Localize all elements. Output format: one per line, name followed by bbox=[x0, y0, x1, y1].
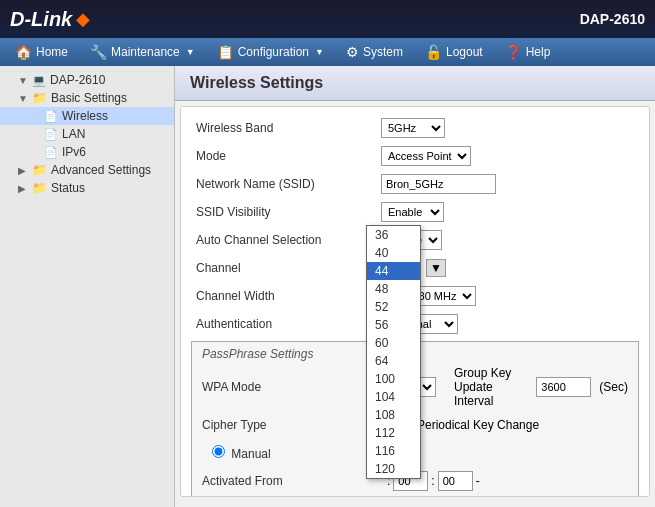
sidebar-advanced-label: Advanced Settings bbox=[51, 163, 151, 177]
main-container: ▼ 💻 DAP-2610 ▼ 📁 Basic Settings 📄 Wirele… bbox=[0, 66, 655, 507]
tree-expand-icon: ▼ bbox=[18, 75, 28, 86]
activated-from-label: Activated From bbox=[202, 474, 387, 488]
logo-text: D-Link bbox=[10, 8, 72, 31]
channel-option-36[interactable]: 36 bbox=[367, 226, 420, 244]
ssid-visibility-control: Enable Disable bbox=[381, 202, 444, 222]
configuration-arrow-icon: ▼ bbox=[315, 47, 324, 57]
help-icon: ❓ bbox=[505, 44, 522, 60]
sidebar-item-wireless[interactable]: 📄 Wireless bbox=[0, 107, 174, 125]
sidebar-item-advanced[interactable]: ▶ 📁 Advanced Settings bbox=[0, 161, 174, 179]
authentication-label: Authentication bbox=[196, 317, 381, 331]
model-name: DAP-2610 bbox=[580, 11, 645, 27]
sidebar-status-label: Status bbox=[51, 181, 85, 195]
sidebar-item-basic[interactable]: ▼ 📁 Basic Settings bbox=[0, 89, 174, 107]
tree-basic-expand-icon: ▼ bbox=[18, 93, 28, 104]
ssid-visibility-select[interactable]: Enable Disable bbox=[381, 202, 444, 222]
logo-diamond: ◆ bbox=[76, 8, 90, 30]
group-key-label: Group Key Update Interval bbox=[454, 366, 528, 408]
nav-system[interactable]: ⚙ System bbox=[336, 41, 413, 63]
channel-option-112[interactable]: 112 bbox=[367, 424, 420, 442]
channel-label: Channel bbox=[196, 261, 381, 275]
channel-option-56[interactable]: 56 bbox=[367, 316, 420, 334]
channel-option-48[interactable]: 48 bbox=[367, 280, 420, 298]
content-body: Wireless Band 5GHz 2.4GHz Mode Access Po… bbox=[180, 106, 650, 497]
time-colon-2: : bbox=[431, 474, 434, 488]
periodical-key-label: Periodical Key Change bbox=[417, 418, 539, 432]
channel-width-label: Channel Width bbox=[196, 289, 381, 303]
header: D-Link ◆ DAP-2610 bbox=[0, 0, 655, 38]
nav-maintenance-label: Maintenance bbox=[111, 45, 180, 59]
channel-option-108[interactable]: 108 bbox=[367, 406, 420, 424]
nav-configuration[interactable]: 📋 Configuration ▼ bbox=[207, 41, 334, 63]
group-key-input[interactable] bbox=[536, 377, 591, 397]
channel-option-100[interactable]: 100 bbox=[367, 370, 420, 388]
nav-home-label: Home bbox=[36, 45, 68, 59]
cipher-type-label: Cipher Type bbox=[202, 418, 387, 432]
channel-option-116[interactable]: 116 bbox=[367, 442, 420, 460]
channel-dropdown: 36 40 44 48 52 56 60 64 100 104 108 112 … bbox=[366, 225, 421, 479]
sidebar-item-status[interactable]: ▶ 📁 Status bbox=[0, 179, 174, 197]
sidebar: ▼ 💻 DAP-2610 ▼ 📁 Basic Settings 📄 Wirele… bbox=[0, 66, 175, 507]
ssid-label: Network Name (SSID) bbox=[196, 177, 381, 191]
channel-option-64[interactable]: 64 bbox=[367, 352, 420, 370]
mode-control: Access Point WDS bbox=[381, 146, 471, 166]
nav-logout[interactable]: 🔓 Logout bbox=[415, 41, 493, 63]
sidebar-item-dap2610[interactable]: ▼ 💻 DAP-2610 bbox=[0, 71, 174, 89]
channel-option-104[interactable]: 104 bbox=[367, 388, 420, 406]
advanced-tree-icon: ▶ bbox=[18, 165, 28, 176]
manual-radio[interactable] bbox=[212, 445, 225, 458]
ssid-control bbox=[381, 174, 496, 194]
group-key-unit: (Sec) bbox=[599, 380, 628, 394]
logout-icon: 🔓 bbox=[425, 44, 442, 60]
channel-option-44[interactable]: 44 bbox=[367, 262, 420, 280]
wireless-band-select[interactable]: 5GHz 2.4GHz bbox=[381, 118, 445, 138]
time-colon-3: - bbox=[476, 474, 480, 488]
nav-system-label: System bbox=[363, 45, 403, 59]
advanced-folder-icon: 📁 bbox=[32, 163, 47, 177]
nav-logout-label: Logout bbox=[446, 45, 483, 59]
wireless-doc-icon: 📄 bbox=[44, 110, 58, 123]
mode-label: Mode bbox=[196, 149, 381, 163]
nav-home[interactable]: 🏠 Home bbox=[5, 41, 78, 63]
sidebar-dap2610-label: DAP-2610 bbox=[50, 73, 105, 87]
navbar: 🏠 Home 🔧 Maintenance ▼ 📋 Configuration ▼… bbox=[0, 38, 655, 66]
nav-help-label: Help bbox=[526, 45, 551, 59]
mode-select[interactable]: Access Point WDS bbox=[381, 146, 471, 166]
manual-label: Manual bbox=[202, 445, 387, 461]
logo: D-Link ◆ bbox=[10, 8, 90, 31]
manual-text: Manual bbox=[231, 447, 270, 461]
nav-maintenance[interactable]: 🔧 Maintenance ▼ bbox=[80, 41, 205, 63]
channel-option-40[interactable]: 40 bbox=[367, 244, 420, 262]
sidebar-item-ipv6[interactable]: 📄 IPv6 bbox=[0, 143, 174, 161]
ssid-row: Network Name (SSID) bbox=[196, 173, 634, 195]
channel-dropdown-arrow-icon[interactable]: ▼ bbox=[426, 259, 446, 277]
auto-channel-label: Auto Channel Selection bbox=[196, 233, 381, 247]
sidebar-lan-label: LAN bbox=[62, 127, 85, 141]
content-area: Wireless Settings Wireless Band 5GHz 2.4… bbox=[175, 66, 655, 507]
time-min-input[interactable] bbox=[438, 471, 473, 491]
wpa-group-row: Only Auto Group Key Update Interval (Sec… bbox=[387, 366, 628, 408]
maintenance-icon: 🔧 bbox=[90, 44, 107, 60]
nav-help[interactable]: ❓ Help bbox=[495, 41, 561, 63]
status-folder-icon: 📁 bbox=[32, 181, 47, 195]
configuration-icon: 📋 bbox=[217, 44, 234, 60]
channel-option-60[interactable]: 60 bbox=[367, 334, 420, 352]
page-title: Wireless Settings bbox=[175, 66, 655, 101]
computer-icon: 💻 bbox=[32, 74, 46, 87]
status-tree-icon: ▶ bbox=[18, 183, 28, 194]
channel-option-52[interactable]: 52 bbox=[367, 298, 420, 316]
sidebar-ipv6-label: IPv6 bbox=[62, 145, 86, 159]
mode-row: Mode Access Point WDS bbox=[196, 145, 634, 167]
wireless-band-label: Wireless Band bbox=[196, 121, 381, 135]
sidebar-wireless-label: Wireless bbox=[62, 109, 108, 123]
sidebar-basic-label: Basic Settings bbox=[51, 91, 127, 105]
maintenance-arrow-icon: ▼ bbox=[186, 47, 195, 57]
ipv6-doc-icon: 📄 bbox=[44, 146, 58, 159]
wireless-band-row: Wireless Band 5GHz 2.4GHz bbox=[196, 117, 634, 139]
ssid-input[interactable] bbox=[381, 174, 496, 194]
channel-option-120[interactable]: 120 bbox=[367, 460, 420, 478]
ssid-visibility-row: SSID Visibility Enable Disable bbox=[196, 201, 634, 223]
nav-configuration-label: Configuration bbox=[238, 45, 309, 59]
basic-folder-icon: 📁 bbox=[32, 91, 47, 105]
sidebar-item-lan[interactable]: 📄 LAN bbox=[0, 125, 174, 143]
